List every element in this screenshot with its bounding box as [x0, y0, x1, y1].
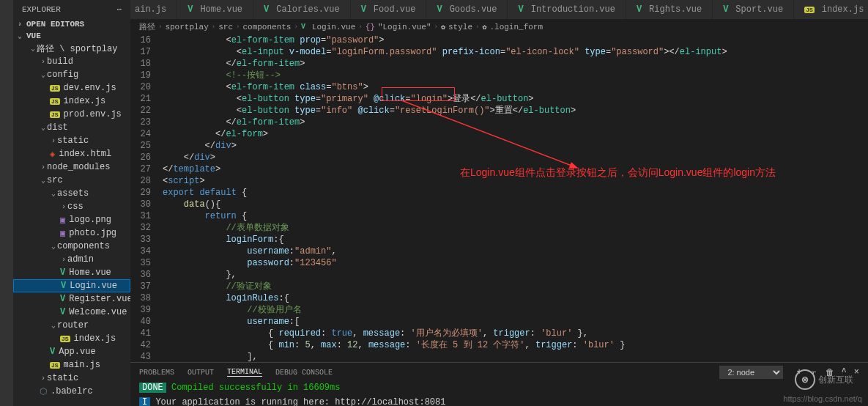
tab[interactable]: VFood.vue: [351, 0, 427, 19]
tab[interactable]: VGoods.vue: [426, 0, 508, 19]
done-badge: DONE: [139, 383, 166, 393]
terminal-tab-problems[interactable]: PROBLEMS: [139, 369, 174, 377]
breadcrumbs[interactable]: 路径› sportplay› src› components› VLogin.v…: [130, 19, 868, 34]
explorer-title: EXPLORER ⋯: [13, 0, 130, 18]
tree-file[interactable]: JSmain.js: [13, 358, 130, 372]
blog-url: https://blog.csdn.net/q: [783, 394, 862, 403]
info-badge: I: [139, 397, 150, 406]
annotation-text: 在Login.vue组件点击登录按钮之后，会访问Login.vue组件的logi…: [460, 165, 776, 180]
tree-folder[interactable]: ›static: [13, 372, 130, 385]
tree-file[interactable]: VRegister.vue: [13, 292, 130, 306]
terminal-text: Your application is running here: http:/…: [150, 397, 445, 406]
tree-folder[interactable]: ›node_modules: [13, 160, 130, 174]
tab[interactable]: VHome.vue: [177, 0, 253, 19]
terminal-panel: PROBLEMS OUTPUT TERMINAL DEBUG CONSOLE 2…: [130, 362, 868, 406]
tree-file[interactable]: ▣photo.jpg: [13, 226, 130, 240]
tree-file[interactable]: JSdev.env.js: [13, 81, 130, 95]
terminal-tab-debug[interactable]: DEBUG CONSOLE: [275, 369, 333, 377]
tree-file[interactable]: JSprod.env.js: [13, 108, 130, 121]
tree-folder[interactable]: ⌄router: [13, 319, 130, 332]
tree-file-login[interactable]: VLogin.vue: [13, 279, 130, 292]
tree-folder[interactable]: ⌄components: [13, 240, 130, 253]
activity-bar: [0, 0, 13, 406]
tree-file[interactable]: ◈index.html: [13, 147, 130, 160]
tree-folder[interactable]: ⌄dist: [13, 121, 130, 134]
tree-folder[interactable]: ⌄路径 \ sportplay: [13, 42, 130, 55]
tree-file[interactable]: VApp.vue: [13, 345, 130, 358]
line-gutter: 16 17 18 19 20 21 22 23 24 25 26 27 28 2…: [130, 34, 163, 362]
terminal-text: Compiled successfully in 16609ms: [166, 383, 341, 393]
file-tree: ⌄路径 \ sportplay ›build ⌄config JSdev.env…: [13, 42, 130, 406]
tree-file[interactable]: ▣logo.png: [13, 213, 130, 226]
tab[interactable]: VRights.vue: [626, 0, 713, 19]
sidebar: EXPLORER ⋯ ›OPEN EDITORS ⌄VUE ⌄路径 \ spor…: [13, 0, 130, 406]
tree-file[interactable]: VWelcome.vue: [13, 306, 130, 319]
tree-file[interactable]: ⬡.babelrc: [13, 385, 130, 398]
tab[interactable]: VSport.vue: [713, 0, 794, 19]
tree-folder[interactable]: ›build: [13, 55, 130, 68]
tree-folder[interactable]: ⌄assets: [13, 187, 130, 200]
terminal-close-icon[interactable]: ×: [854, 367, 859, 378]
vue-root-header[interactable]: ⌄VUE: [13, 30, 130, 42]
watermark: ⊗ 创新互联: [795, 369, 853, 390]
terminal-tab-output[interactable]: OUTPUT: [188, 369, 214, 377]
tree-folder[interactable]: ⌄config: [13, 68, 130, 81]
code-content: <el-form-item prop="password"> <el-input…: [163, 34, 868, 362]
tree-folder[interactable]: ›admin: [13, 253, 130, 266]
terminal-select[interactable]: 2: node: [719, 366, 783, 379]
tree-file-home[interactable]: VHome.vue: [13, 266, 130, 279]
tab[interactable]: VCalories.vue: [253, 0, 351, 19]
tab[interactable]: VIntroduction.vue: [508, 0, 626, 19]
tab[interactable]: JSindex.js...\router: [794, 0, 868, 19]
terminal-tabs: PROBLEMS OUTPUT TERMINAL DEBUG CONSOLE 2…: [130, 363, 868, 379]
tree-folder[interactable]: ›static: [13, 134, 130, 147]
tree-file[interactable]: JSindex.js: [13, 95, 130, 108]
code-editor[interactable]: 16 17 18 19 20 21 22 23 24 25 26 27 28 2…: [130, 34, 868, 362]
tab[interactable]: ain.js: [130, 0, 177, 19]
tree-folder[interactable]: ⌄src: [13, 174, 130, 187]
tree-folder[interactable]: ›css: [13, 200, 130, 213]
main-area: ain.js VHome.vue VCalories.vue VFood.vue…: [130, 0, 868, 406]
open-editors-header[interactable]: ›OPEN EDITORS: [13, 18, 130, 30]
editor-tabs: ain.js VHome.vue VCalories.vue VFood.vue…: [130, 0, 868, 19]
terminal-tab-terminal[interactable]: TERMINAL: [227, 368, 262, 377]
terminal-body[interactable]: DONE Compiled successfully in 16609ms I …: [130, 379, 868, 406]
tree-file[interactable]: JSindex.js: [13, 332, 130, 345]
